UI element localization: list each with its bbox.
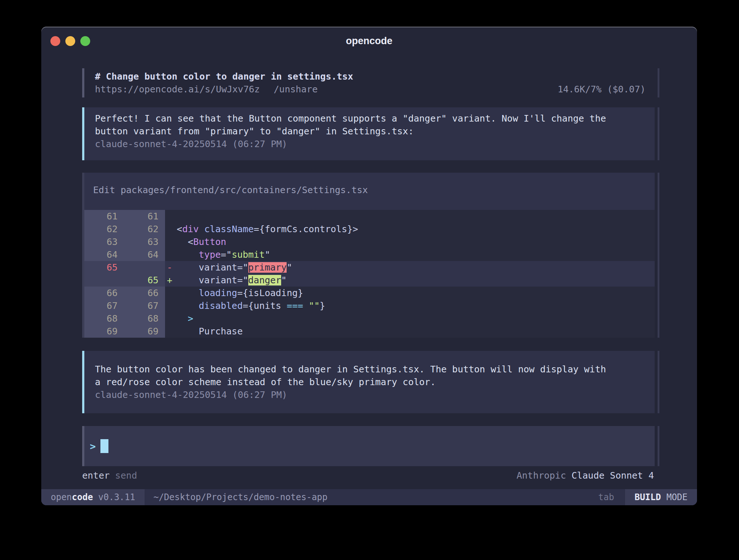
old-line-number: 68: [84, 312, 118, 325]
diff-gutter: 6666: [84, 287, 165, 299]
opencode-window: opencode # Change button color to danger…: [41, 27, 697, 505]
model-label[interactable]: Claude Sonnet 4: [571, 470, 654, 481]
diff-gutter: 6363: [84, 235, 165, 248]
diff-code-line: <div className={formCs.controls}>: [166, 223, 358, 235]
edit-tool-card: Edit packages/frontend/src/containers/Se…: [82, 173, 659, 338]
old-line-number: 62: [84, 223, 118, 235]
old-line-number: [84, 274, 118, 287]
old-line-number: 69: [84, 325, 118, 338]
diff-row: 6161: [84, 210, 655, 223]
edit-card-scrollbar[interactable]: [658, 173, 659, 338]
mode-word: MODE: [666, 492, 688, 502]
new-line-number: 65: [118, 274, 158, 287]
window-title: opencode: [41, 33, 697, 47]
diff-gutter: 65: [84, 261, 165, 274]
close-window-button[interactable]: [50, 36, 60, 46]
diff-code-line: Purchase: [166, 325, 243, 338]
message-text: The button color has been changed to dan…: [95, 363, 655, 388]
share-url[interactable]: https://opencode.ai/s/UwJxv76z: [95, 83, 260, 96]
brand-suffix: code: [72, 492, 93, 502]
diff-gutter: 6161: [84, 210, 165, 223]
new-line-number: 63: [118, 235, 158, 248]
old-line-number: 61: [84, 210, 118, 223]
diff-row: 6767 disabled={units === ""}: [84, 299, 655, 312]
new-line-number: [118, 261, 158, 274]
app-version: v0.3.11: [93, 492, 135, 502]
provider-label: Anthropic: [517, 470, 566, 481]
enter-key-hint: enter: [82, 470, 110, 481]
session-header: # Change button color to danger in setti…: [82, 68, 659, 97]
diff-code-line: loading={isLoading}: [166, 287, 303, 299]
message-line: button variant from "primary" to "danger…: [95, 125, 655, 138]
footer-hints: entersend AnthropicClaude Sonnet 4: [82, 469, 659, 482]
status-bar: opencode v0.3.11 ~/Desktop/Projects/demo…: [41, 489, 697, 505]
new-line-number: 67: [118, 299, 158, 312]
diff-gutter: 65: [84, 274, 165, 287]
diff-row: 6363 <Button: [84, 235, 655, 248]
send-hint-label: send: [115, 470, 137, 481]
input-right-rail: [658, 426, 659, 466]
diff-row: 65 variant="danger"+: [84, 274, 655, 287]
mode-toggle-chip[interactable]: BUILDMODE: [625, 489, 697, 505]
diff-view: 61616262 <div className={formCs.controls…: [84, 210, 655, 338]
old-line-number: 65: [84, 261, 118, 274]
new-line-number: 61: [118, 210, 158, 223]
message-line: a red/rose color scheme instead of the b…: [95, 376, 655, 388]
message-model-meta: claude-sonnet-4-20250514 (06:27 PM): [95, 138, 655, 150]
new-line-number: 66: [118, 287, 158, 299]
working-directory: ~/Desktop/Projects/demo-notes-app: [153, 489, 328, 505]
unshare-command[interactable]: /unshare: [274, 83, 318, 96]
diff-row: 6868 >: [84, 312, 655, 325]
minimize-window-button[interactable]: [65, 36, 75, 46]
tab-key-hint: tab: [598, 489, 614, 505]
assistant-message: Perfect! I can see that the Button compo…: [82, 107, 659, 160]
old-line-number: 64: [84, 248, 118, 261]
token-usage: 14.6K/7% ($0.07): [558, 83, 646, 96]
diff-code-line: variant="primary": [166, 261, 292, 274]
message-right-rail: [658, 107, 659, 160]
prompt-input[interactable]: >: [82, 426, 659, 466]
diff-gutter: 6262: [84, 223, 165, 235]
new-line-number: 69: [118, 325, 158, 338]
message-right-rail: [658, 351, 659, 413]
diff-gutter: 6969: [84, 325, 165, 338]
mode-name: BUILD: [635, 492, 661, 502]
new-line-number: 64: [118, 248, 158, 261]
diff-row: 6464 type="submit": [84, 248, 655, 261]
session-header-right-rail: [658, 68, 659, 97]
traffic-lights: [50, 36, 90, 46]
message-line: The button color has been changed to dan…: [95, 363, 655, 376]
diff-code-line: >: [166, 312, 193, 325]
text-cursor: [100, 439, 108, 453]
old-line-number: 63: [84, 235, 118, 248]
diff-gutter: 6868: [84, 312, 165, 325]
window-titlebar: opencode: [41, 27, 697, 53]
session-title: # Change button color to danger in setti…: [95, 70, 646, 83]
assistant-message: The button color has been changed to dan…: [82, 351, 659, 413]
diff-code-line: disabled={units === ""}: [166, 299, 325, 312]
maximize-window-button[interactable]: [80, 36, 90, 46]
removed-line-sign: -: [167, 261, 172, 274]
message-model-meta: claude-sonnet-4-20250514 (06:27 PM): [95, 388, 655, 401]
new-line-number: 62: [118, 223, 158, 235]
diff-row: 6262 <div className={formCs.controls}>: [84, 223, 655, 235]
diff-row: 65 variant="primary"-: [84, 261, 655, 274]
diff-code-line: <Button: [166, 235, 226, 248]
new-line-number: 68: [118, 312, 158, 325]
message-line: Perfect! I can see that the Button compo…: [95, 112, 655, 125]
diff-gutter: 6767: [84, 299, 165, 312]
diff-gutter: 6464: [84, 248, 165, 261]
old-line-number: 66: [84, 287, 118, 299]
added-line-sign: +: [167, 274, 172, 287]
brand-prefix: open: [51, 492, 72, 502]
diff-row: 6969 Purchase: [84, 325, 655, 338]
diff-code-line: type="submit": [166, 248, 270, 261]
prompt-caret: >: [90, 441, 96, 452]
diff-code-line: variant="danger": [166, 274, 287, 287]
edit-file-path: Edit packages/frontend/src/containers/Se…: [84, 173, 655, 210]
app-version-chip: opencode v0.3.11: [41, 489, 145, 505]
diff-row: 6666 loading={isLoading}: [84, 287, 655, 299]
old-line-number: 67: [84, 299, 118, 312]
message-text: Perfect! I can see that the Button compo…: [95, 112, 655, 138]
